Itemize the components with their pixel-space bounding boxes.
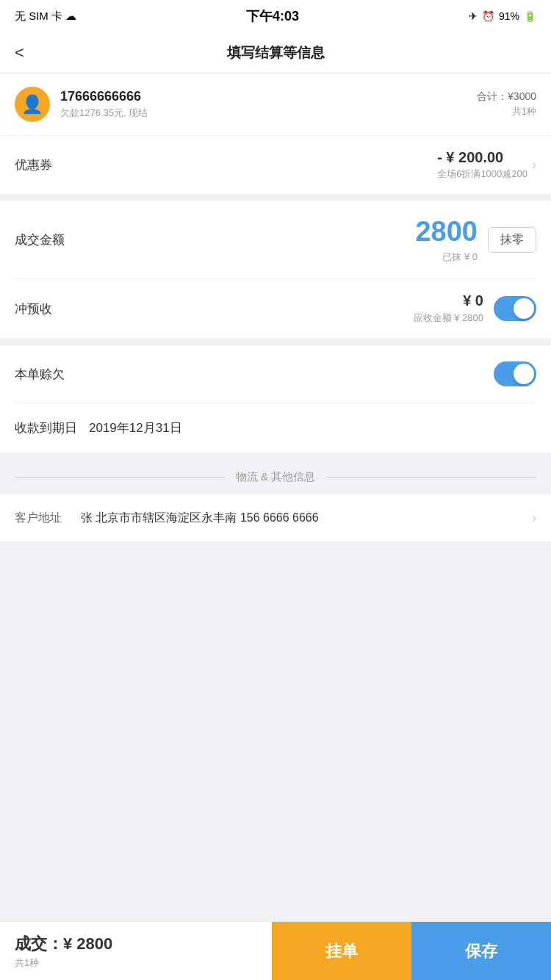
alarm-icon: ⏰ bbox=[482, 10, 494, 22]
advance-row: 冲预收 ¥ 0 应收金额 ¥ 2800 bbox=[15, 279, 536, 338]
deal-right-group: 2800 已抹 ¥ 0 抹零 bbox=[415, 216, 536, 264]
coupon-desc: 全场6折满1000减200 bbox=[437, 167, 527, 181]
address-value: 张 北京市市辖区海淀区永丰南 156 6666 6666 bbox=[73, 509, 532, 527]
bottom-summary: 成交：¥ 2800 共1种 bbox=[0, 933, 272, 970]
address-row[interactable]: 客户地址 张 北京市市辖区海淀区永丰南 156 6666 6666 › bbox=[0, 494, 551, 541]
total-label: 合计：¥3000 bbox=[477, 90, 536, 104]
deal-row: 成交金额 2800 已抹 ¥ 0 抹零 bbox=[15, 201, 536, 279]
back-button[interactable]: < bbox=[15, 43, 24, 62]
status-bar: 无 SIM 卡 ☁ 下午4:03 ✈ ⏰ 91% 🔋 bbox=[0, 0, 551, 32]
coupon-label: 优惠券 bbox=[15, 156, 52, 173]
battery-icon: 🔋 bbox=[524, 10, 536, 22]
page-title: 填写结算等信息 bbox=[227, 43, 325, 62]
status-time: 下午4:03 bbox=[246, 7, 299, 25]
customer-info: 17666666666 欠款1276.35元, 现结 bbox=[60, 89, 148, 120]
bottom-deal-value: ¥ 2800 bbox=[63, 934, 112, 953]
advance-value: ¥ 0 bbox=[414, 292, 483, 309]
divider-line-right bbox=[325, 477, 536, 478]
divider-line-left bbox=[15, 477, 226, 478]
deal-sub: 已抹 ¥ 0 bbox=[415, 251, 478, 264]
customer-phone: 17666666666 bbox=[60, 89, 148, 104]
customer-row: 👤 17666666666 欠款1276.35元, 现结 合计：¥3000 共1… bbox=[0, 73, 551, 135]
customer-left: 👤 17666666666 欠款1276.35元, 现结 bbox=[15, 87, 148, 122]
avatar: 👤 bbox=[15, 87, 50, 122]
coupon-value: - ¥ 200.00 bbox=[437, 149, 527, 166]
location-icon: ✈ bbox=[469, 10, 478, 22]
item-count: 共1种 bbox=[477, 105, 536, 118]
coupon-value-group: - ¥ 200.00 全场6折满1000减200 bbox=[437, 149, 527, 181]
deal-amount: 2800 bbox=[415, 216, 478, 248]
bottom-deal-label: 成交： bbox=[15, 934, 63, 953]
bottom-count: 共1种 bbox=[15, 956, 257, 970]
credit-toggle[interactable] bbox=[494, 361, 536, 386]
credit-row: 本单赊欠 bbox=[15, 345, 536, 403]
due-date-value: 2019年12月31日 bbox=[89, 419, 182, 436]
due-date-label: 收款到期日 bbox=[15, 419, 77, 436]
advance-value-group: ¥ 0 应收金额 ¥ 2800 bbox=[414, 292, 483, 325]
advance-sub: 应收金额 ¥ 2800 bbox=[414, 311, 483, 325]
advance-label: 冲预收 bbox=[15, 300, 52, 317]
avatar-icon: 👤 bbox=[21, 94, 43, 115]
customer-section: 👤 17666666666 欠款1276.35元, 现结 合计：¥3000 共1… bbox=[0, 73, 551, 194]
address-section: 客户地址 张 北京市市辖区海淀区永丰南 156 6666 6666 › bbox=[0, 494, 551, 541]
deal-section: 成交金额 2800 已抹 ¥ 0 抹零 冲预收 ¥ 0 应收金额 ¥ 2800 bbox=[0, 201, 551, 338]
coupon-right: - ¥ 200.00 全场6折满1000减200 › bbox=[437, 149, 536, 181]
status-left: 无 SIM 卡 ☁ bbox=[15, 10, 76, 24]
status-right: ✈ ⏰ 91% 🔋 bbox=[469, 10, 536, 22]
due-date-row: 收款到期日 2019年12月31日 bbox=[15, 403, 536, 453]
credit-label: 本单赊欠 bbox=[15, 366, 65, 383]
deal-amount-group: 2800 已抹 ¥ 0 bbox=[415, 216, 478, 264]
hang-order-button[interactable]: 挂单 bbox=[272, 922, 411, 981]
bottom-bar: 成交：¥ 2800 共1种 挂单 保存 bbox=[0, 921, 551, 980]
gray-area bbox=[0, 549, 551, 659]
credit-section: 本单赊欠 收款到期日 2019年12月31日 bbox=[0, 345, 551, 453]
sim-text: 无 SIM 卡 ☁ bbox=[15, 10, 76, 24]
deal-label: 成交金额 bbox=[15, 231, 65, 248]
customer-right: 合计：¥3000 共1种 bbox=[477, 90, 536, 118]
battery-text: 91% bbox=[499, 10, 519, 22]
address-chevron: › bbox=[532, 511, 536, 526]
save-button[interactable]: 保存 bbox=[411, 922, 551, 981]
bottom-deal: 成交：¥ 2800 bbox=[15, 933, 257, 955]
address-label: 客户地址 bbox=[15, 511, 73, 526]
round-zero-button[interactable]: 抹零 bbox=[488, 227, 536, 253]
customer-sub: 欠款1276.35元, 现结 bbox=[60, 107, 148, 120]
advance-right: ¥ 0 应收金额 ¥ 2800 bbox=[414, 292, 536, 325]
coupon-row[interactable]: 优惠券 - ¥ 200.00 全场6折满1000减200 › bbox=[0, 135, 551, 194]
coupon-chevron: › bbox=[532, 157, 536, 173]
nav-bar: < 填写结算等信息 bbox=[0, 32, 551, 73]
advance-toggle[interactable] bbox=[494, 296, 536, 321]
logistics-divider-text: 物流 & 其他信息 bbox=[236, 470, 315, 484]
logistics-divider: 物流 & 其他信息 bbox=[0, 460, 551, 494]
